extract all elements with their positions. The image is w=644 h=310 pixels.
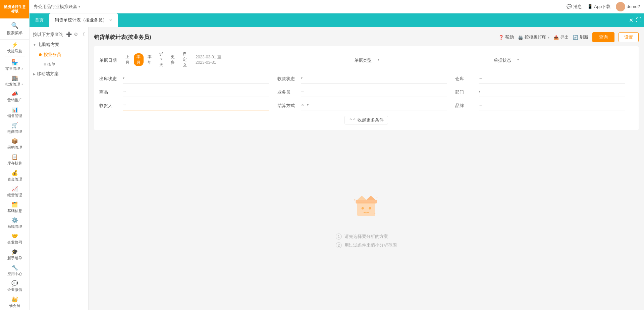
panel-collapse-button[interactable]: 《 <box>80 32 85 38</box>
help-button[interactable]: ❓ 帮助 <box>498 34 514 40</box>
user-avatar <box>616 2 625 11</box>
date-btn-custom[interactable]: 自定义 <box>179 50 191 69</box>
docstatus-field[interactable]: ▾ <box>517 56 625 65</box>
warehouse-field[interactable]: ··· <box>479 74 625 84</box>
settlement-label: 结算方式 <box>277 103 301 109</box>
section-desktop-title[interactable]: ▼ 电脑端方案 <box>30 40 88 50</box>
sidebar-item-sales[interactable]: 📊 销售管理 <box>0 104 30 120</box>
section-mobile-title[interactable]: ▶ 移动端方案 <box>30 69 88 79</box>
app-logo[interactable]: 畅捷通好生意标版 <box>0 0 30 18</box>
search-icon: 🔍 <box>11 22 18 29</box>
appcenter-icon: 🔧 <box>11 264 18 271</box>
close-window-icon[interactable]: ✕ <box>629 17 633 23</box>
sidebar-item-marketing[interactable]: 📣 营销推广 <box>0 89 30 104</box>
tab-report-label: 销货单统计表（按业务员） <box>55 17 107 23</box>
ecommerce-icon: 🛒 <box>11 122 18 128</box>
finance-icon: 💰 <box>11 170 18 176</box>
date-range-value: 2023-03-01 至 2023-03-31 <box>196 54 230 65</box>
query-button[interactable]: 查询 <box>592 32 614 42</box>
sidebar-item-ecommerce[interactable]: 🛒 电商管理 <box>0 120 30 136</box>
right-panel: 销货单统计表(按业务员) ❓ 帮助 🖨️ 按模板打印 ▾ 📤 导出 <box>89 27 644 310</box>
product-field[interactable]: ··· <box>123 88 269 97</box>
date-btn-more[interactable]: 更多 <box>168 53 178 66</box>
date-btn-7days[interactable]: 近7天 <box>156 51 166 68</box>
message-button[interactable]: 💬 消息 <box>567 4 582 10</box>
sidebar-divider <box>5 56 25 56</box>
panel-sub-item-order[interactable]: ≡ 按单 <box>30 60 88 69</box>
empty-state: ✦ ✦ ✦ 1 请先选择要分析的方案 2 用过滤条件来缩小分析范围 <box>94 134 639 305</box>
refresh-button[interactable]: 🔄 刷新 <box>573 34 588 40</box>
sidebar-item-basic[interactable]: 🗂️ 基础信息 <box>0 199 30 215</box>
brand-field[interactable]: ··· <box>479 101 625 110</box>
date-label: 单据日期 <box>99 57 123 63</box>
maximize-icon[interactable]: ⛶ <box>636 17 641 23</box>
page-title: 销货单统计表(按业务员) <box>94 34 151 41</box>
sidebar-item-retail[interactable]: 🏪 零售管理 ▲ <box>0 57 30 73</box>
tab-close-icon[interactable]: ✕ <box>109 18 112 22</box>
svg-point-0 <box>619 3 623 7</box>
brand-label: 品牌 <box>455 103 479 109</box>
user-profile-button[interactable]: demo2 <box>616 2 640 11</box>
sidebar-item-inventory[interactable]: 📋 库存核算 <box>0 152 30 168</box>
export-icon: 📤 <box>553 35 559 40</box>
sidebar-item-corpwechat[interactable]: 💬 企业微信 <box>0 278 30 294</box>
section-mobile-label: 移动端方案 <box>37 71 59 77</box>
salesperson-field[interactable]: ··· <box>301 88 447 97</box>
export-button[interactable]: 📤 导出 <box>553 34 569 40</box>
settlement-field[interactable]: ✕ ▾ <box>301 101 447 110</box>
date-btn-lastmonth[interactable]: 上月 <box>123 53 132 66</box>
sidebar-item-newbie[interactable]: 🎓 新手引导 <box>0 247 30 263</box>
tab-home[interactable]: 首页 <box>30 13 49 27</box>
sales-label: 销售管理 <box>7 113 22 118</box>
product-more-icon: ··· <box>123 89 126 94</box>
member-label: 畅会员 <box>9 303 20 308</box>
finance-label: 资金管理 <box>7 177 22 182</box>
app-download-button[interactable]: 📱 App下载 <box>587 4 610 10</box>
panel-add-button[interactable]: ➕ <box>66 32 72 38</box>
sales-icon: 📊 <box>11 106 18 113</box>
purchase-label: 采购管理 <box>7 145 22 150</box>
filter-row-2: 出库状态 ▾ 收款状态 ▾ 仓库 ··· <box>99 74 633 84</box>
panel-settings-button[interactable]: ⚙ <box>74 32 78 38</box>
svg-rect-2 <box>357 202 375 216</box>
sidebar-item-purchase[interactable]: 📦 采购管理 <box>0 136 30 152</box>
date-btn-thismonth[interactable]: 本月 <box>134 53 144 66</box>
print-button[interactable]: 🖨️ 按模板打印 ▾ <box>518 34 549 40</box>
sidebar-item-system[interactable]: ⚙️ 系统管理 <box>0 215 30 231</box>
collapse-button[interactable]: ⌃⌃ 收起更多条件 <box>344 116 388 124</box>
sidebar-item-wholesale[interactable]: 🏬 批发管理 ▲ <box>0 73 30 89</box>
date-btn-thisyear[interactable]: 本年 <box>145 53 155 66</box>
settlement-clear-icon[interactable]: ✕ <box>301 103 304 107</box>
department-arrow-icon: ▾ <box>479 90 480 93</box>
collapse-up-icon: ⌃⌃ <box>349 118 356 123</box>
panel-item-salesperson[interactable]: 按业务员 <box>30 50 88 60</box>
sidebar-item-operation[interactable]: 📈 经营管理 <box>0 184 30 199</box>
page-header-actions: ❓ 帮助 🖨️ 按模板打印 ▾ 📤 导出 🔄 刷新 <box>498 32 639 42</box>
sidebar-item-appcenter[interactable]: 🔧 应用中心 <box>0 263 30 278</box>
sidebar-item-member[interactable]: 👑 畅会员 <box>0 294 30 310</box>
message-icon: 💬 <box>567 4 572 9</box>
filter-row-3: 商品 ··· 业务员 ··· 部门 ▾ <box>99 88 633 97</box>
receiptstatus-field[interactable]: ▾ <box>301 74 447 84</box>
recipient-field[interactable]: ··· <box>123 101 269 110</box>
search-menu[interactable]: 🔍 搜索菜单 <box>0 18 30 40</box>
svg-text:✦: ✦ <box>374 212 376 215</box>
sidebar-item-company[interactable]: 🤝 企业协同 <box>0 231 30 247</box>
date-field[interactable]: 上月 本月 本年 近7天 更多 自定义 2023-03-01 至 2023-03… <box>123 50 230 70</box>
hint-num-2: 2 <box>336 242 342 248</box>
print-label: 按模板打印 <box>525 34 546 40</box>
main-area: 办公用品行业模拟账套 ▾ 💬 消息 📱 App下载 demo2 首页 <box>30 0 644 310</box>
company-label: 企业协同 <box>7 240 22 245</box>
left-panel: 按以下方案查询 ➕ ⚙ 《 ▼ 电脑端方案 按业务员 ≡ 按单 <box>30 27 89 310</box>
outstatus-field[interactable]: ▾ <box>123 74 269 84</box>
doctype-field[interactable]: ▾ <box>378 56 486 65</box>
tab-report[interactable]: 销货单统计表（按业务员） ✕ <box>49 13 118 27</box>
sidebar: 畅捷通好生意标版 🔍 搜索菜单 ⚡ 快捷导航 🏪 零售管理 ▲ 🏬 批发管理 ▲… <box>0 0 30 310</box>
active-dot-icon <box>39 53 42 56</box>
department-field[interactable]: ▾ <box>479 88 625 97</box>
settings-button[interactable]: 设置 <box>619 32 639 42</box>
download-icon: 📱 <box>587 4 593 9</box>
appcenter-label: 应用中心 <box>7 271 22 276</box>
sidebar-item-finance[interactable]: 💰 资金管理 <box>0 168 30 184</box>
sidebar-item-quicknav[interactable]: ⚡ 快捷导航 <box>0 40 30 55</box>
